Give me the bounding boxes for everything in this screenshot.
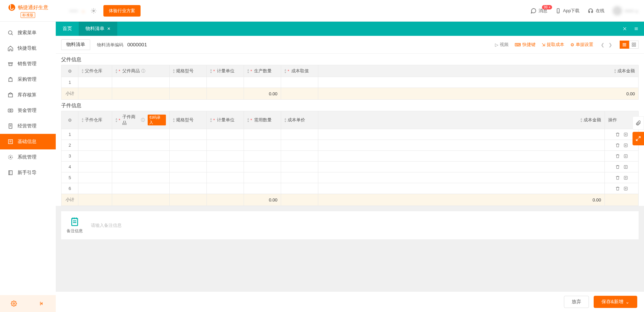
parent-row[interactable]: 1 (61, 77, 639, 88)
doc-icon (7, 123, 14, 129)
online-support-link[interactable]: 在线 (588, 8, 604, 14)
headset-icon (588, 8, 594, 14)
col-parent-cost-amount[interactable]: ▴▾成本金额 (318, 65, 639, 77)
col-parent-cost-basis[interactable]: ▴▾*成本取值 (281, 65, 318, 77)
tab-0[interactable]: 首页 (56, 22, 79, 36)
attachment-float-icon[interactable] (633, 116, 644, 130)
tab-menu-icon[interactable] (632, 24, 641, 33)
col-child-spec[interactable]: ▴▾规格型号 (170, 111, 207, 129)
sidebar-collapse-icon[interactable] (39, 301, 45, 307)
delete-row-icon[interactable] (615, 132, 620, 137)
help-icon[interactable]: ⓘ (141, 117, 145, 123)
org-selector[interactable]: —— ⌄ (69, 8, 85, 13)
parent-subtotal-amount: 0.00 (318, 88, 639, 100)
parent-subtotal-label: 小计 (61, 88, 78, 100)
prev-record-icon[interactable]: ❮ (599, 42, 606, 48)
settings-gear-icon[interactable] (91, 8, 97, 14)
view-list-button[interactable] (620, 41, 629, 49)
child-row[interactable]: 4 (61, 162, 639, 172)
col-child-cost-price[interactable]: ▴▾成本单价 (281, 111, 318, 129)
col-parent-product[interactable]: ▴▾*父件商品ⓘ (112, 65, 170, 77)
svg-rect-32 (634, 45, 636, 46)
sidebar-item-base[interactable]: 基础信息 (0, 134, 56, 149)
add-row-icon[interactable] (623, 186, 628, 191)
view-card-button[interactable] (629, 41, 639, 49)
sidebar-item-search[interactable]: 搜索菜单 (0, 25, 56, 41)
extract-icon: ⇲ (542, 42, 545, 47)
industry-cta-button[interactable]: 体验行业方案 (103, 5, 141, 17)
svg-rect-31 (632, 45, 634, 46)
doc-settings-link[interactable]: ⚙单据设置 (570, 42, 593, 48)
extract-cost-link[interactable]: ⇲提取成本 (542, 42, 564, 48)
col-child-warehouse[interactable]: ▴▾子件仓库 (78, 111, 112, 129)
chevron-down-icon: ⌄ (625, 299, 629, 305)
remarks-input[interactable] (90, 217, 633, 234)
help-icon[interactable]: ⓘ (141, 68, 145, 74)
shortcut-link[interactable]: ⌨快捷键 (515, 42, 536, 48)
user-avatar-area[interactable]: —— ⌄ (613, 6, 639, 16)
sidebar-item-bag[interactable]: 采购管理 (0, 72, 56, 87)
child-row[interactable]: 6 (61, 183, 639, 194)
app-download-label: App下载 (563, 8, 579, 14)
messages-link[interactable]: 消息 99 + (530, 8, 547, 14)
add-row-icon[interactable] (623, 165, 628, 169)
tab-bar: 首页物料清单✕ (56, 22, 644, 36)
row-number: 2 (61, 140, 78, 151)
expand-float-icon[interactable] (633, 132, 644, 145)
svg-point-16 (8, 155, 13, 159)
sidebar-item-money[interactable]: 资金管理 (0, 103, 56, 118)
sidebar-item-sys[interactable]: 系统管理 (0, 149, 56, 165)
sidebar-settings-icon[interactable] (11, 301, 17, 307)
sys-icon (7, 154, 14, 160)
col-child-cost-amount[interactable]: ▴▾成本金额 (318, 111, 605, 129)
row-number: 1 (61, 77, 78, 88)
svg-rect-18 (9, 171, 13, 175)
parent-gear-header[interactable]: ⚙ (61, 65, 78, 77)
col-parent-spec[interactable]: ▴▾规格型号 (170, 65, 207, 77)
video-link[interactable]: ▷视频 (495, 42, 509, 48)
delete-row-icon[interactable] (615, 165, 620, 169)
close-icon[interactable]: ✕ (107, 26, 110, 31)
child-table: ⚙ ▴▾子件仓库 ▴▾*子件商品ⓘ扫码录入 ▴▾规格型号 ▴▾*计量单位 ▴▾*… (61, 111, 639, 206)
child-row[interactable]: 5 (61, 172, 639, 183)
svg-rect-7 (8, 94, 13, 97)
sidebar-item-label: 基础信息 (18, 139, 36, 145)
child-gear-header[interactable]: ⚙ (61, 111, 78, 129)
child-row[interactable]: 2 (61, 140, 639, 151)
delete-row-icon[interactable] (615, 143, 620, 148)
add-row-icon[interactable] (623, 132, 628, 137)
col-child-unit[interactable]: ▴▾*计量单位 (207, 111, 244, 129)
add-row-icon[interactable] (623, 143, 628, 148)
app-download-link[interactable]: App下载 (555, 8, 579, 14)
tab-1[interactable]: 物料清单✕ (79, 22, 117, 36)
col-parent-unit[interactable]: ▴▾*计量单位 (207, 65, 244, 77)
add-row-icon[interactable] (623, 175, 628, 180)
tab-close-all-icon[interactable] (620, 24, 629, 33)
col-child-product[interactable]: ▴▾*子件商品ⓘ扫码录入 (112, 111, 170, 129)
sidebar-item-home[interactable]: 快捷导航 (0, 41, 56, 56)
sidebar-item-shop[interactable]: 销售管理 (0, 56, 56, 72)
sidebar-item-guide[interactable]: 新手引导 (0, 165, 56, 181)
tab-label: 首页 (63, 26, 72, 32)
svg-point-9 (10, 110, 11, 112)
delete-row-icon[interactable] (615, 154, 620, 159)
scan-input-tag[interactable]: 扫码录入 (148, 115, 166, 125)
delete-row-icon[interactable] (615, 186, 620, 191)
sidebar-item-doc[interactable]: 经营管理 (0, 118, 56, 134)
discard-button[interactable]: 放弃 (564, 296, 589, 308)
child-row[interactable]: 1 (61, 129, 639, 140)
next-record-icon[interactable]: ❯ (607, 42, 614, 48)
add-row-icon[interactable] (623, 154, 628, 159)
col-child-qty[interactable]: ▴▾*需用数量 (244, 111, 281, 129)
col-parent-qty[interactable]: ▴▾*生产数量 (244, 65, 281, 77)
sidebar-item-stock[interactable]: 库存核算 (0, 87, 56, 103)
phone-icon (555, 8, 561, 14)
save-new-button[interactable]: 保存&新增 ⌄ (594, 296, 637, 308)
child-row[interactable]: 3 (61, 151, 639, 162)
col-parent-warehouse[interactable]: ▴▾父件仓库 (78, 65, 112, 77)
child-section-title: 子件信息 (61, 102, 639, 109)
parent-subtotal-row: 小计 0.00 0.00 (61, 88, 639, 100)
shop-icon (7, 61, 14, 67)
child-subtotal-qty: 0.00 (244, 194, 281, 206)
delete-row-icon[interactable] (615, 175, 620, 180)
